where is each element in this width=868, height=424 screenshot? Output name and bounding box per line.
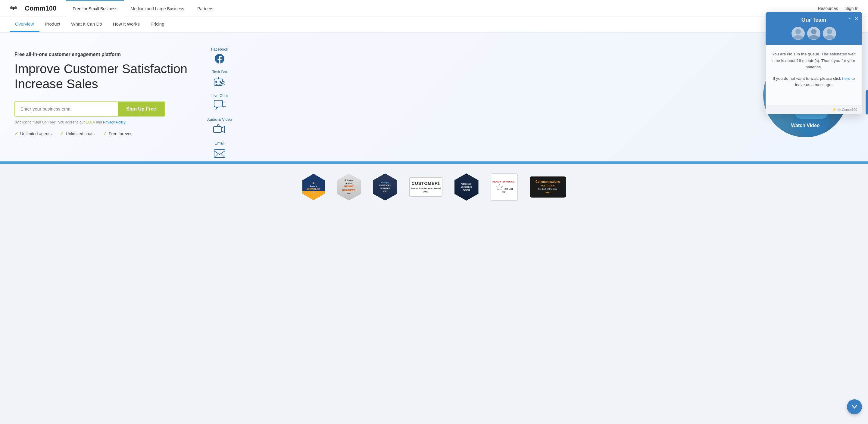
hero-title-line2: Increase Sales [14,77,98,91]
audio-video-feature[interactable]: Audio & Video [207,117,232,135]
award-communications: Communications SOLUTIONS Product of the … [530,176,566,198]
logo[interactable]: Comm100 [10,4,56,12]
signup-button[interactable]: Sign Up Free [118,102,164,116]
top-tab-partners[interactable]: Partners [191,0,220,17]
taskbot-label: Task Bot [212,70,227,74]
signin-link[interactable]: Sign In [845,6,858,11]
product-icons: Facebook Task Bot [207,47,232,159]
email-feature[interactable]: Email [207,141,232,159]
chat-avatar-1 [792,27,805,40]
check-icon-agents: ✓ [14,131,19,136]
top-right-links: Resources Sign In [818,6,858,11]
chat-here-link[interactable]: here [842,76,850,81]
chat-avatar-3 [823,27,836,40]
check-icon-chats: ✓ [60,131,64,136]
svg-point-19 [827,29,832,34]
livechat-label: Live Chat [211,93,228,98]
top-tab-medium-large[interactable]: Medium and Large Business [124,0,191,17]
hero-title: Improve Customer Satisfaction Increase S… [14,61,189,92]
awards-strip [0,161,868,164]
svg-rect-7 [214,127,221,132]
svg-point-5 [218,77,219,78]
top-nav: Comm100 Free for Small Business Medium a… [0,0,868,17]
livechat-feature[interactable]: Live Chat [207,93,232,112]
check-icon-forever: ✓ [103,131,107,136]
secondary-nav: Overview Product What It Can Do How It W… [0,17,868,33]
top-tabs: Free for Small Business Medium and Large… [66,0,220,17]
tab-overview[interactable]: Overview [10,17,39,32]
audio-video-icon [213,124,226,135]
livechat-icon [213,100,226,112]
award-corporate-excellence: CorporateExcellenceAwards [455,173,478,201]
tab-pricing[interactable]: Pricing [145,17,170,32]
svg-line-11 [214,154,218,158]
svg-point-2 [215,81,217,83]
awards-section: ▲ Capterra SHORTLIST 2021 SoftwareAdvice… [0,164,868,210]
facebook-icon [214,53,225,64]
svg-line-12 [221,154,225,158]
svg-point-18 [811,29,816,34]
hero-subtitle: Free all-in-one customer engagement plat… [14,52,189,57]
svg-point-3 [220,81,221,83]
comm100-bolt-icon: ⚡ [832,107,836,112]
features-list: ✓ Unlimited agents ✓ Unlimited chats ✓ F… [14,131,189,136]
feature-label-agents: Unlimited agents [20,131,52,136]
chat-avatars [770,27,857,41]
facebook-label: Facebook [211,47,228,52]
tab-what-it-can-do[interactable]: What It Can Do [66,17,107,32]
email-form: Sign Up Free [14,101,165,117]
hero-section: Free all-in-one customer engagement plat… [0,33,868,161]
award-capterra: ▲ Capterra SHORTLIST 2021 [302,174,325,200]
feature-unlimited-chats: ✓ Unlimited chats [60,131,95,136]
svg-point-17 [796,29,801,34]
logo-text: Comm100 [25,4,56,12]
eula-link[interactable]: EULA [86,120,95,124]
tab-how-it-works[interactable]: How It Works [107,17,145,32]
svg-point-0 [13,7,14,10]
chat-message-1: You are No.1 in the queue. The estimated… [772,51,856,70]
top-tab-free-small[interactable]: Free for Small Business [66,0,124,17]
feature-label-forever: Free forever [109,131,132,136]
chat-close-button[interactable]: ✕ [855,15,858,21]
feature-free-forever: ✓ Free forever [103,131,132,136]
avatar-person-icon-3 [823,27,836,40]
award-ict: READY TO ROCKET ICT LIST 2021 [491,173,518,201]
taskbot-feature[interactable]: Task Bot [207,70,232,88]
logo-icon [10,5,22,12]
award-customer: CUSTOMERℹ Product of the Year Award 2021 [409,177,442,197]
chat-body: You are No.1 in the queue. The estimated… [766,45,862,105]
award-getapp: GetApp CATEGORY LEADERS 2021 [373,173,397,201]
chat-header-controls: ··· ✕ [847,15,858,21]
chat-title: Our Team [770,17,857,23]
chat-footer-text: by Comm100 [838,108,857,111]
facebook-feature[interactable]: Facebook [207,47,232,64]
hero-right: Facebook Task Bot [189,47,854,161]
avatar-person-icon-1 [792,27,805,40]
chat-footer: ⚡ by Comm100 [766,105,862,114]
legal-text: By clicking "Sign Up Free", you agree to… [14,120,165,124]
feature-label-chats: Unlimited chats [66,131,95,136]
resources-link[interactable]: Resources [818,6,838,11]
chat-message-2: If you do not want to wait, please click… [772,75,856,88]
avatar-person-icon-2 [807,27,820,40]
svg-point-8 [217,124,219,126]
scroll-indicator [866,90,868,115]
email-input[interactable] [15,102,118,116]
hero-left: Free all-in-one customer engagement plat… [14,47,189,136]
email-label: Email [215,141,225,145]
watch-video-label: Watch Video [791,123,819,128]
hero-title-line1: Improve Customer Satisfaction [14,62,187,76]
audio-video-label: Audio & Video [207,117,232,122]
award-software-advice: SoftwareAdvice FRONT RUNNERS 2021 [337,173,361,201]
chat-widget: ··· ✕ Our Team [766,12,862,114]
feature-unlimited-agents: ✓ Unlimited agents [14,131,52,136]
tab-product[interactable]: Product [39,17,66,32]
chat-more-button[interactable]: ··· [847,15,851,21]
taskbot-icon [212,76,227,88]
email-icon [213,147,226,159]
privacy-link[interactable]: Privacy Policy [103,120,125,124]
svg-rect-10 [214,150,225,158]
chat-avatar-2 [807,27,820,40]
chat-header: ··· ✕ Our Team [766,12,862,45]
